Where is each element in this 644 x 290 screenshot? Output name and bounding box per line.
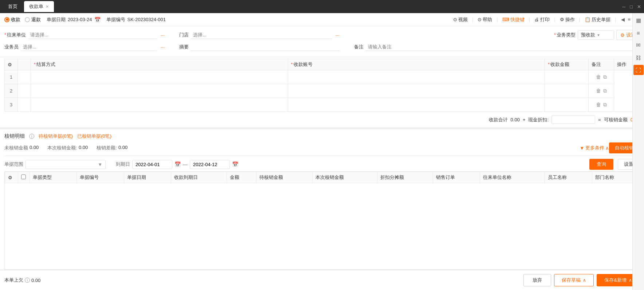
note-input[interactable]	[366, 43, 640, 51]
form-row-2: 业务员 ··· 摘要 备注	[4, 43, 640, 51]
layout-list[interactable]: ≡	[627, 16, 631, 23]
discount-label: 现金折扣:	[528, 117, 549, 123]
divider3: |	[529, 17, 530, 22]
verify-info-icon[interactable]: i	[29, 134, 34, 139]
store-input[interactable]	[191, 31, 332, 39]
sidebar-table-view[interactable]: ▦	[633, 15, 644, 26]
row-2-settlement[interactable]	[18, 84, 31, 98]
copy-icon-1[interactable]: ⧉	[603, 74, 607, 80]
copy-icon-2[interactable]: ⧉	[603, 88, 607, 94]
abandon-btn[interactable]: 放弃	[523, 274, 551, 286]
verify-header: 核销明细 i 待核销单据(0笔) 已核销单据(0笔)	[4, 133, 640, 140]
th-remark: 备注	[589, 59, 614, 70]
main-area: 收款 退款 单据日期 2023-03-24 📅 单据编号 SK-20230324…	[0, 13, 644, 290]
row-1-settlement[interactable]	[18, 70, 31, 84]
nav-close[interactable]: ✕	[637, 4, 641, 9]
discount-input[interactable]	[551, 115, 595, 124]
bth-gear[interactable]: ⚙	[5, 172, 18, 183]
counterparty-field: 往来单位 ···	[4, 31, 165, 39]
dropdown-arrow: ▼	[597, 33, 600, 37]
summary-label: 摘要	[179, 44, 189, 50]
business-type-select[interactable]: 预收款 ▼	[578, 30, 614, 40]
range-select[interactable]: ▼	[25, 160, 106, 169]
row-2-ops: 🗑 ⧉	[589, 84, 614, 98]
nav-tab-receipt[interactable]: 收款单 ✕	[24, 1, 54, 12]
bottom-table-area[interactable]: ⚙ 单据类型 单据编号 单据日期 收款到期日 金额 待核销金额 本次核销金额 折…	[4, 171, 640, 270]
staff-input[interactable]	[21, 43, 157, 51]
th-amount: 收款金额	[545, 59, 589, 70]
select-all-checkbox[interactable]	[21, 175, 26, 179]
bill-date-field: 单据日期 2023-03-24 📅	[47, 16, 101, 23]
copy-icon-3[interactable]: ⧉	[603, 102, 607, 108]
row-3-remark[interactable]	[545, 98, 589, 112]
nav-minimize[interactable]: ─	[622, 4, 625, 9]
bth-pending-amount: 待核销金额	[256, 172, 312, 183]
row-3-amount[interactable]	[288, 98, 545, 112]
nav-maximize[interactable]: □	[630, 4, 633, 9]
business-type-field: 业务类型 预收款 ▼ ⚙ 设置	[354, 30, 640, 40]
th-gear[interactable]: ⚙	[5, 59, 18, 70]
bill-date-value[interactable]: 2023-03-24	[68, 17, 92, 22]
delete-icon-2[interactable]: 🗑	[596, 88, 601, 94]
shortcut-link[interactable]: ⌨ 快捷键	[502, 16, 525, 23]
footer-info-icon[interactable]: i	[25, 278, 30, 283]
row-2-account[interactable]	[31, 84, 288, 98]
verify-tab-done[interactable]: 已核销单据(0笔)	[77, 133, 111, 140]
bth-counterparty: 往来单位名称	[480, 172, 545, 183]
verify-section: 核销明细 i 待核销单据(0笔) 已核销单据(0笔) 未核销金额 0.00 本次…	[0, 128, 644, 270]
radio-receipt[interactable]: 收款	[4, 16, 20, 23]
bth-bill-type: 单据类型	[30, 172, 77, 183]
bill-date-label: 单据日期	[47, 16, 66, 23]
nav-tab-close[interactable]: ✕	[46, 4, 49, 9]
counterparty-more[interactable]: ···	[161, 32, 165, 38]
business-type-label: 业务类型	[554, 32, 576, 38]
bth-sales-order: 销售订单	[433, 172, 480, 183]
row-1-remark[interactable]	[545, 70, 589, 84]
video-link[interactable]: ⊙ 视频	[453, 16, 468, 23]
delete-icon-3[interactable]: 🗑	[596, 102, 601, 108]
divider6: |	[615, 17, 616, 22]
print-link[interactable]: 🖨 打印	[534, 16, 550, 23]
sidebar-expand-view[interactable]: ⛶	[633, 65, 644, 75]
row-1-amount[interactable]	[288, 70, 545, 84]
nav-tab-home[interactable]: 首页	[3, 1, 23, 12]
sidebar-email-view[interactable]: ✉	[633, 40, 644, 50]
layout-prev[interactable]: ◀	[620, 16, 625, 23]
save-new-arrow: ∧	[629, 278, 632, 283]
verify-title: 核销明细	[4, 133, 25, 140]
row-1-account[interactable]	[31, 70, 288, 84]
note-field: 备注	[354, 43, 640, 51]
query-btn[interactable]: 查询	[589, 159, 613, 170]
counterparty-input[interactable]	[28, 31, 157, 39]
row-3-account[interactable]	[31, 98, 288, 112]
staff-more[interactable]: ···	[161, 44, 165, 50]
row-num-1: 1	[5, 70, 18, 84]
more-conditions-btn[interactable]: ▼ 更多条件 ∧	[580, 145, 609, 151]
receipt-table: ⚙ 结算方式 收款账号 收款金额 备注 操作 1	[4, 59, 640, 112]
calendar-to-icon[interactable]: 📅	[232, 161, 238, 167]
bill-no-value[interactable]: SK-20230324-001	[127, 17, 166, 22]
sidebar-list-view[interactable]: ≡	[633, 28, 644, 38]
date-from-input[interactable]	[132, 160, 172, 169]
save-draft-btn[interactable]: 保存草稿 ∧	[554, 274, 594, 286]
divider1: |	[472, 17, 473, 22]
row-num-3: 3	[5, 98, 18, 112]
calendar-icon[interactable]: 📅	[94, 17, 101, 23]
history-link[interactable]: 📋 历史单据	[585, 16, 610, 23]
row-2-remark[interactable]	[545, 84, 589, 98]
ops-link[interactable]: ⚙ 操作	[560, 16, 575, 23]
radio-refund[interactable]: 退款	[25, 16, 41, 23]
row-2-amount[interactable]	[288, 84, 545, 98]
row-1-ops: 🗑 ⧉	[589, 70, 614, 84]
store-more[interactable]: ···	[335, 32, 339, 38]
save-new-label: 保存&新增	[604, 277, 627, 283]
row-3-settlement[interactable]	[18, 98, 31, 112]
delete-icon-1[interactable]: 🗑	[596, 74, 601, 80]
help-link[interactable]: ⊙ 帮助	[478, 16, 492, 23]
verify-tab-pending[interactable]: 待核销单据(0笔)	[39, 133, 73, 140]
calendar-from-icon[interactable]: 📅	[174, 161, 181, 167]
summary-input[interactable]	[191, 43, 339, 51]
date-to-input[interactable]	[190, 160, 230, 169]
sidebar-link-view[interactable]: ⛓	[633, 52, 644, 63]
bth-current-amount: 本次核销金额	[312, 172, 377, 183]
